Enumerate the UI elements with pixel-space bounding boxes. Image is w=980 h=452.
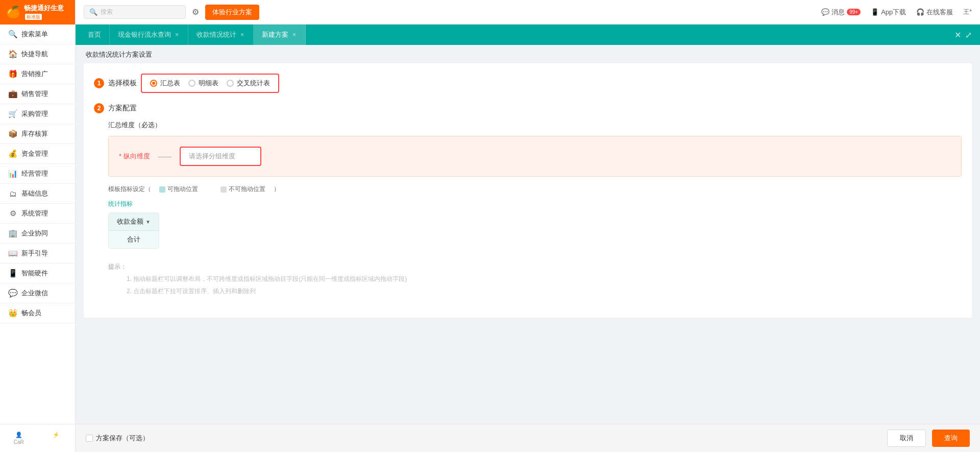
sidebar-item-label-quick-nav: 快捷导航 bbox=[21, 50, 48, 59]
gear-icon[interactable]: ⚙ bbox=[192, 7, 199, 17]
download-icon: 📱 bbox=[871, 8, 879, 16]
sidebar-item-label-funds: 资金管理 bbox=[21, 149, 48, 158]
operations-icon: 📊 bbox=[8, 169, 17, 178]
save-checkbox[interactable]: 方案保存（可选） bbox=[86, 434, 149, 443]
sidebar-item-marketing[interactable]: 🎁 营销推广 bbox=[0, 64, 75, 84]
step1-section: 1 选择模板 汇总表 明细表 bbox=[94, 74, 962, 93]
sidebar-item-label-beginner: 新手引导 bbox=[21, 249, 48, 258]
tab-new-plan[interactable]: 新建方案 × bbox=[254, 25, 306, 45]
tab-bank-flow[interactable]: 现金银行流水查询 × bbox=[110, 25, 188, 45]
content: 收款情况统计方案设置 1 选择模板 汇总表 bbox=[76, 45, 980, 452]
tab-bar: 首页 现金银行流水查询 × 收款情况统计 × 新建方案 × ✕ ⤢ bbox=[76, 25, 980, 45]
basic-info-icon: 🗂 bbox=[8, 189, 17, 198]
sidebar-item-sales[interactable]: 💼 销售管理 bbox=[0, 84, 75, 104]
home-icon: 🏠 bbox=[8, 50, 17, 59]
sidebar-item-system[interactable]: ⚙ 系统管理 bbox=[0, 204, 75, 224]
enterprise-icon: 🏢 bbox=[8, 229, 17, 238]
template-option-detail[interactable]: 明细表 bbox=[188, 79, 218, 88]
sidebar-bottom-item1[interactable]: 👤 CaR bbox=[0, 429, 38, 448]
step2-header: 2 方案配置 bbox=[94, 103, 962, 113]
sidebar-item-label-sales: 销售管理 bbox=[21, 89, 48, 99]
bottom-label1: CaR bbox=[14, 439, 24, 445]
trial-button[interactable]: 体验行业方案 bbox=[205, 5, 259, 20]
search-box[interactable]: 🔍 搜索 bbox=[84, 5, 186, 19]
tab-new-plan-label: 新建方案 bbox=[262, 30, 288, 39]
legend-undraggable: 不可拖动位置 bbox=[220, 185, 265, 194]
save-checkbox-box[interactable] bbox=[86, 435, 93, 442]
sidebar-item-smart-hw[interactable]: 📱 智能硬件 bbox=[0, 264, 75, 283]
tab-home[interactable]: 首页 bbox=[80, 25, 110, 45]
indicator-header-cell: 收款金额 ▼ bbox=[109, 213, 159, 230]
system-icon: ⚙ bbox=[8, 209, 17, 218]
radio-cross[interactable] bbox=[227, 80, 234, 87]
vertical-dim-label: * 纵向维度 bbox=[119, 152, 150, 161]
query-button[interactable]: 查询 bbox=[932, 430, 970, 447]
tip-label: 提示： bbox=[108, 260, 962, 273]
sidebar-bottom-item2[interactable]: ⚡ bbox=[38, 429, 76, 448]
step1-title: 选择模板 bbox=[108, 79, 137, 88]
tab-collection-stat-label: 收款情况统计 bbox=[197, 30, 236, 39]
cancel-button[interactable]: 取消 bbox=[887, 430, 926, 447]
sidebar-item-enterprise[interactable]: 🏢 企业协同 bbox=[0, 224, 75, 244]
bottom-icon1: 👤 bbox=[15, 432, 22, 438]
template-option-summary[interactable]: 汇总表 bbox=[150, 79, 180, 88]
beginner-icon: 📖 bbox=[8, 249, 17, 258]
sidebar-item-label-inventory: 库存核算 bbox=[21, 129, 48, 138]
window-close-btn[interactable]: ✕ bbox=[954, 30, 961, 40]
dimension-select[interactable]: 请选择分组维度 bbox=[180, 147, 261, 166]
page-header: 收款情况统计方案设置 bbox=[76, 45, 980, 63]
main: 🔍 搜索 ⚙ 体验行业方案 💬 消息 99+ 📱 App下载 🎧 在线客服 王* bbox=[76, 0, 980, 452]
tab-bank-flow-close[interactable]: × bbox=[174, 31, 180, 38]
template-option-cross[interactable]: 交叉统计表 bbox=[227, 79, 270, 88]
window-controls: ✕ ⤢ bbox=[954, 30, 976, 40]
indicator-header[interactable]: 收款金额 ▼ bbox=[109, 213, 159, 231]
step1-header: 1 选择模板 汇总表 明细表 bbox=[94, 74, 962, 93]
service-icon: 🎧 bbox=[916, 8, 924, 16]
template-options-box: 汇总表 明细表 交叉统计表 bbox=[141, 74, 279, 93]
sidebar-item-operations[interactable]: 📊 经营管理 bbox=[0, 164, 75, 184]
sidebar-item-wechat[interactable]: 💬 企业微信 bbox=[0, 283, 75, 303]
sidebar-item-beginner[interactable]: 📖 新手引导 bbox=[0, 244, 75, 264]
tab-collection-stat-close[interactable]: × bbox=[239, 31, 245, 38]
legend-separator bbox=[206, 185, 212, 194]
inventory-icon: 📦 bbox=[8, 129, 17, 138]
topbar-actions: 💬 消息 99+ 📱 App下载 🎧 在线客服 王* bbox=[821, 8, 972, 17]
user-name[interactable]: 王* bbox=[963, 8, 972, 16]
radio-summary-dot bbox=[152, 82, 155, 85]
sidebar-item-basic-info[interactable]: 🗂 基础信息 bbox=[0, 184, 75, 204]
step2-badge: 2 bbox=[94, 103, 104, 113]
download-action[interactable]: 📱 App下载 bbox=[871, 8, 906, 17]
undraggable-dot bbox=[220, 186, 227, 193]
radio-summary[interactable] bbox=[150, 80, 157, 87]
tab-new-plan-close[interactable]: × bbox=[291, 31, 297, 38]
funds-icon: 💰 bbox=[8, 149, 17, 158]
search-placeholder-text: 搜索 bbox=[101, 8, 113, 16]
sales-icon: 💼 bbox=[8, 89, 17, 99]
indicator-dropdown-arrow[interactable]: ▼ bbox=[145, 219, 151, 225]
draggable-dot bbox=[159, 186, 165, 193]
sidebar-item-label-smart-hw: 智能硬件 bbox=[21, 269, 48, 278]
notification-action[interactable]: 💬 消息 99+ bbox=[821, 8, 861, 17]
indicator-settings: 模板指标设定（ 可拖动位置 不可拖动位置 ） bbox=[108, 185, 962, 250]
sidebar-item-label-member: 畅会员 bbox=[21, 308, 41, 318]
indicator-settings-label: 模板指标设定（ bbox=[108, 185, 151, 194]
sidebar-item-search-menu[interactable]: 🔍 搜索菜单 bbox=[0, 25, 75, 44]
search-menu-icon: 🔍 bbox=[8, 30, 17, 39]
sidebar-item-funds[interactable]: 💰 资金管理 bbox=[0, 144, 75, 164]
legend-draggable: 可拖动位置 bbox=[159, 185, 198, 194]
radio-detail[interactable] bbox=[188, 80, 195, 87]
service-label: 在线客服 bbox=[926, 8, 953, 17]
tip2: 2. 点击标题栏下拉可设置排序、插入列和删除列 bbox=[108, 285, 962, 297]
sidebar-item-inventory[interactable]: 📦 库存核算 bbox=[0, 124, 75, 144]
tab-collection-stat[interactable]: 收款情况统计 × bbox=[188, 25, 254, 45]
template-option-detail-label: 明细表 bbox=[199, 79, 218, 88]
step2-title: 方案配置 bbox=[108, 104, 137, 113]
sidebar-item-member[interactable]: 👑 畅会员 bbox=[0, 303, 75, 323]
sidebar-item-purchase[interactable]: 🛒 采购管理 bbox=[0, 104, 75, 124]
main-card: 1 选择模板 汇总表 明细表 bbox=[84, 63, 972, 318]
download-label: App下载 bbox=[881, 8, 906, 17]
window-expand-btn[interactable]: ⤢ bbox=[965, 30, 972, 40]
service-action[interactable]: 🎧 在线客服 bbox=[916, 8, 953, 17]
search-icon: 🔍 bbox=[89, 8, 97, 16]
sidebar-item-quick-nav[interactable]: 🏠 快捷导航 bbox=[0, 44, 75, 64]
